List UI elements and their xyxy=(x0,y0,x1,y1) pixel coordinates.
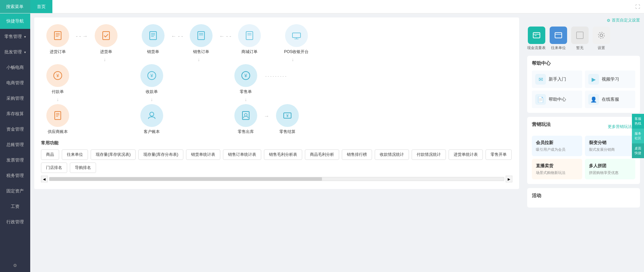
expand-icon[interactable]: ⛶ xyxy=(631,4,644,9)
sidebar-settings-button[interactable]: ⚙ xyxy=(0,259,30,272)
quick-icon-label-cashflow: 现金流量表 xyxy=(527,45,546,50)
sidebar-item-inventory[interactable]: 库存核算 xyxy=(0,106,30,122)
marketing-member-title: 会员拉新 xyxy=(536,140,578,146)
svg-point-28 xyxy=(150,112,154,116)
customize-link[interactable]: ⚙ 首页自定义设置 xyxy=(527,17,640,23)
float-btn-community[interactable]: 服务社区 xyxy=(632,129,644,143)
scroll-left-btn[interactable]: ◀ xyxy=(41,176,48,182)
node-label-receipt: 收款单 xyxy=(146,89,158,95)
help-item-beginner[interactable]: ✉ 新手入门 xyxy=(532,71,582,88)
func-btn-receipt-stat[interactable]: 收款情况统计 xyxy=(375,149,409,160)
marketing-item-member[interactable]: 会员拉新 吸引用户成为会员 xyxy=(532,136,582,156)
flow-node-mall-order[interactable]: 商城订单 xyxy=(233,24,266,55)
sidebar-item-ledger[interactable]: 总账管理 xyxy=(0,137,30,152)
func-btn-stock-status[interactable]: 现存量(库存状况表) xyxy=(91,149,136,160)
flow-node-purchase[interactable]: 进货单 xyxy=(89,24,123,55)
scroll-thumb xyxy=(49,177,322,181)
sidebar-item-quicknav[interactable]: 快捷导航 xyxy=(0,13,30,29)
func-btn-product[interactable]: 商品 xyxy=(41,149,59,160)
node-circle-sales-order xyxy=(190,24,213,47)
marketing-item-group[interactable]: 多人拼团 拼团购物享受优惠 xyxy=(585,159,635,179)
tab-home[interactable]: 首页 xyxy=(30,0,52,13)
marketing-group-desc: 拼团购物享受优惠 xyxy=(589,170,631,175)
main-panel: 进货订单 - - → 进货单 xyxy=(30,13,523,272)
search-menu-button[interactable]: 搜索菜单 xyxy=(0,0,30,13)
func-btn-stock-dist[interactable]: 现存量(库存分布表) xyxy=(138,149,183,160)
help-grid: ✉ 新手入门 ▶ 视频学习 📄 帮助中心 👤 在线客服 xyxy=(532,71,635,108)
flow-node-pos[interactable]: POS收银开台 xyxy=(280,24,313,55)
node-circle-pos xyxy=(285,24,308,47)
help-item-helpcenter[interactable]: 📄 帮助中心 xyxy=(532,91,582,108)
arrow-down-sales-order: ↓ xyxy=(182,56,216,63)
func-buttons-grid: 商品 往来单位 现存量(库存状况表) 现存量(库存分布表) 销货单统计表 销售订… xyxy=(41,149,512,173)
flow-card: 进货订单 - - → 进货单 xyxy=(34,17,519,189)
activity-card: 活动 xyxy=(527,188,640,208)
func-btn-retail-order[interactable]: 零售开单 xyxy=(486,149,512,160)
node-label-sales: 销货单 xyxy=(147,49,159,55)
svg-rect-38 xyxy=(577,32,583,39)
quick-icon-box-settings xyxy=(593,27,610,44)
func-btn-sales-rank[interactable]: 销售排行榜 xyxy=(342,149,372,160)
quick-icon-settings[interactable]: 设置 xyxy=(593,27,610,50)
flow-node-supplier-book[interactable]: 供应商账本 xyxy=(41,104,75,135)
func-btn-sales-stat[interactable]: 销货单统计表 xyxy=(186,149,220,160)
common-functions-section: 常用功能 商品 往来单位 现存量(库存状况表) 现存量(库存分布表) 销货单统计… xyxy=(41,140,512,173)
help-item-online[interactable]: 👤 在线客服 xyxy=(585,91,635,108)
node-label-supplier-book: 供应商账本 xyxy=(48,129,68,135)
func-btn-guide-rank[interactable]: 导购排名 xyxy=(70,163,96,173)
node-label-purchase-order: 进货订单 xyxy=(50,49,66,55)
func-btn-sales-order-stat[interactable]: 销售订单统计表 xyxy=(223,149,261,160)
sidebar-item-admin[interactable]: 行政管理 xyxy=(0,214,30,230)
quick-icon-empty[interactable]: 暂无 xyxy=(571,27,589,50)
sidebar-item-invoice[interactable]: 发票管理 xyxy=(0,152,30,168)
arrow-r1: - - → xyxy=(76,33,88,46)
sidebar-item-retail[interactable]: 零售管理 ▾ xyxy=(0,29,30,44)
sidebar-item-assets[interactable]: 固定资产 xyxy=(0,183,30,199)
sidebar-item-purchase[interactable]: 采购管理 xyxy=(0,91,30,106)
quick-icon-partner[interactable]: 往来单位 xyxy=(550,27,567,50)
func-btn-purchase-stat[interactable]: 进货单统计表 xyxy=(449,149,483,160)
node-circle-retail-settle: ¥ xyxy=(276,104,299,127)
float-btn-desktop[interactable]: 桌面快捷 xyxy=(632,143,644,158)
help-item-video[interactable]: ▶ 视频学习 xyxy=(585,71,635,88)
marketing-item-live[interactable]: 直播卖货 场景式购物新玩法 xyxy=(532,159,582,179)
activity-title: 活动 xyxy=(532,193,635,199)
sidebar-item-salary[interactable]: 工资 xyxy=(0,199,30,214)
func-btn-partner[interactable]: 往来单位 xyxy=(62,149,88,160)
quick-icon-cashflow[interactable]: 现金流量表 xyxy=(527,27,546,50)
marketing-header: 营销玩法 更多营销玩法 > xyxy=(532,122,635,132)
sidebar-item-ecom-small[interactable]: 小畅电商 xyxy=(0,60,30,75)
flow-node-retail-settle[interactable]: ¥ 零售结算 xyxy=(271,104,304,135)
node-circle-purchase-order xyxy=(46,24,69,47)
svg-point-39 xyxy=(600,34,603,37)
flow-node-sales-order[interactable]: 销售订单 xyxy=(184,24,218,55)
svg-rect-4 xyxy=(103,32,109,40)
more-marketing-link[interactable]: 更多营销玩法 > xyxy=(608,124,635,130)
flow-node-customer-book[interactable]: 客户账本 xyxy=(135,104,169,135)
func-btn-payment-stat[interactable]: 付款情况统计 xyxy=(412,149,446,160)
node-circle-payment: ¥ xyxy=(46,64,69,87)
help-icon-helpcenter: 📄 xyxy=(535,94,546,105)
func-btn-sales-margin[interactable]: 销售毛利分析表 xyxy=(264,149,302,160)
marketing-item-fission[interactable]: 裂变分销 裂式发展分销商 xyxy=(585,136,635,156)
sidebar-item-finance[interactable]: 资金管理 xyxy=(0,122,30,137)
svg-rect-33 xyxy=(533,33,540,38)
node-circle-retail-order: ¥ xyxy=(234,64,257,87)
func-btn-store-rank[interactable]: 门店排名 xyxy=(41,163,67,173)
scroll-track[interactable] xyxy=(49,177,504,181)
quick-icons-row: 现金流量表 往来单位 暂无 xyxy=(527,27,640,50)
marketing-title: 营销玩法 xyxy=(532,122,551,128)
flow-node-purchase-order[interactable]: 进货订单 xyxy=(41,24,75,55)
sidebar-item-ecom-mgmt[interactable]: 电商管理 xyxy=(0,75,30,91)
flow-node-receipt[interactable]: ¥ 收款单 xyxy=(135,64,169,95)
flow-node-payment[interactable]: ¥ 付款单 xyxy=(41,64,75,95)
scroll-right-btn[interactable]: ▶ xyxy=(506,176,512,182)
flow-node-retail-out[interactable]: 零售出库 xyxy=(229,104,263,135)
svg-rect-0 xyxy=(54,32,61,40)
flow-node-sales[interactable]: 销货单 xyxy=(136,24,170,55)
float-btn-service[interactable]: 客服热线 xyxy=(632,114,644,129)
flow-node-retail-order[interactable]: ¥ 零售单 xyxy=(229,64,263,95)
sidebar-item-wholesale[interactable]: 批发管理 ▾ xyxy=(0,44,30,60)
func-btn-product-margin[interactable]: 商品毛利分析 xyxy=(305,149,339,160)
sidebar-item-tax[interactable]: 税务管理 xyxy=(0,168,30,183)
